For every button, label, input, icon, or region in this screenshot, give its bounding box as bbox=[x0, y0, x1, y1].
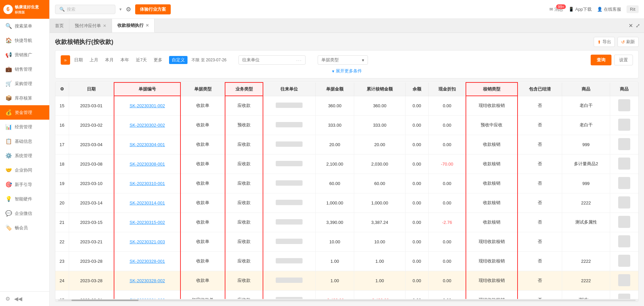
export-button[interactable]: ⬆ 导出 bbox=[594, 37, 615, 47]
topbar: 🔍 搜索 ▾ ⚙ 体验行业方案 ✉ 消息 99+ 📱 App下载 👤 在线客服 … bbox=[50, 0, 644, 19]
corp-icon: 🤝 bbox=[5, 167, 12, 173]
online-service-button[interactable]: 👤 在线客服 bbox=[597, 6, 621, 12]
filter-toggle-button[interactable]: » bbox=[61, 55, 70, 65]
sidebar-item-inventory[interactable]: 📦库存核算 bbox=[0, 91, 49, 105]
settings-col-icon[interactable]: ⚙ bbox=[60, 86, 64, 91]
refresh-button[interactable]: ↺ 刷新 bbox=[618, 37, 639, 47]
app-download-button[interactable]: 📱 App下载 bbox=[569, 6, 592, 12]
sidebar-item-basic[interactable]: 📋基础信息 bbox=[0, 134, 49, 148]
wechat-icon: 💬 bbox=[5, 210, 12, 217]
sidebar-item-corp[interactable]: 🤝企业协同 bbox=[0, 163, 49, 177]
tab-close-prepay[interactable]: ✕ bbox=[103, 23, 106, 28]
date-option-本年[interactable]: 本年 bbox=[118, 56, 132, 64]
table-row: 232023-03-28SK-20230328-001收款单应收款1.001.0… bbox=[55, 251, 638, 271]
cell-0: 25 bbox=[55, 290, 69, 299]
sidebar-item-marketing[interactable]: 📢营销推广 bbox=[0, 48, 49, 62]
sidebar-item-newbie[interactable]: 🎯新手引导 bbox=[0, 177, 49, 192]
doc-link[interactable]: SK-20230328-002 bbox=[129, 278, 165, 283]
collapse-icon[interactable]: ◀◀ bbox=[14, 296, 22, 302]
col-header-7: 累计核销金额 bbox=[354, 82, 406, 96]
tabbar-expand-button[interactable]: ⤢ bbox=[636, 22, 640, 29]
user-avatar[interactable]: Rit bbox=[627, 5, 639, 13]
topbar-gear-icon[interactable]: ⚙ bbox=[126, 6, 131, 13]
query-button[interactable]: 查询 bbox=[591, 55, 611, 65]
blurred-text bbox=[276, 200, 303, 205]
table-row: 212023-03-15SK-20230315-002收款单应收款3,390.0… bbox=[55, 212, 638, 232]
sidebar-label-system: 系统管理 bbox=[15, 153, 32, 159]
doc-link[interactable]: SK-20230302-002 bbox=[129, 123, 165, 128]
tab-prepay[interactable]: 预付冲应付单✕ bbox=[69, 19, 112, 33]
sidebar-item-purchase[interactable]: 🛒采购管理 bbox=[0, 76, 49, 91]
cell-11: 否 bbox=[518, 154, 562, 174]
cell-0: 15 bbox=[55, 96, 69, 115]
tab-close-collection[interactable]: ✕ bbox=[146, 23, 149, 28]
date-custom-option[interactable]: 自定义 bbox=[169, 56, 187, 64]
scrollbar-thumb[interactable] bbox=[71, 300, 139, 301]
sidebar-item-hardware[interactable]: 💡智能硬件 bbox=[0, 192, 49, 206]
cell-0: 23 bbox=[55, 251, 69, 271]
cell-10: 预收中应收 bbox=[466, 115, 518, 135]
cell-13 bbox=[610, 290, 638, 299]
sidebar-item-finance[interactable]: 💰资金管理 bbox=[0, 105, 49, 120]
horizontal-scrollbar[interactable] bbox=[55, 299, 638, 302]
partner-select[interactable]: 往来单位 ··· bbox=[238, 55, 306, 65]
table-scroll-area[interactable]: ⚙日期单据编号单据类型业务类型往来单位单据金额累计核销金额余额现金折扣核销类型包… bbox=[55, 82, 638, 299]
cell-5 bbox=[263, 193, 316, 212]
doc-link[interactable]: SK-20230321-003 bbox=[129, 239, 165, 244]
doc-type-select[interactable]: 单据类型 ▾ bbox=[318, 55, 368, 65]
app-icon: 📱 bbox=[569, 7, 574, 12]
cell-0: 19 bbox=[55, 174, 69, 193]
cell-11: 否 bbox=[518, 193, 562, 212]
sidebar-item-search[interactable]: 🔍搜索菜单 bbox=[0, 19, 49, 33]
doc-link[interactable]: SK-20230304-001 bbox=[129, 142, 165, 147]
date-option-近7天[interactable]: 近7天 bbox=[133, 56, 150, 64]
cell-8: 0.00 bbox=[405, 251, 428, 271]
table-row: 192023-03-10SK-20230310-001收款单应收款60.0060… bbox=[55, 174, 638, 193]
topbar-search-box[interactable]: 🔍 搜索 bbox=[55, 5, 115, 14]
date-option-本月[interactable]: 本月 bbox=[102, 56, 116, 64]
sidebar-item-system[interactable]: ⚙️系统管理 bbox=[0, 148, 49, 163]
date-option-上月[interactable]: 上月 bbox=[87, 56, 101, 64]
blurred-text bbox=[276, 103, 303, 108]
sidebar-item-sales[interactable]: 💼销售管理 bbox=[0, 62, 49, 76]
doc-link[interactable]: SK-20230308-001 bbox=[129, 162, 165, 167]
sidebar-footer: ⚙ ◀◀ bbox=[0, 291, 49, 306]
doc-link[interactable]: SK-20230310-001 bbox=[129, 181, 165, 186]
cell-2: SK-20230304-001 bbox=[114, 135, 180, 154]
sidebar-item-wechat[interactable]: 💬企业微信 bbox=[0, 206, 49, 221]
settings-icon[interactable]: ⚙ bbox=[5, 296, 10, 302]
sidebar-item-member[interactable]: 🏷️畅会员 bbox=[0, 221, 49, 235]
table-row: 222023-03-21SK-20230321-003收款单应收款10.0010… bbox=[55, 232, 638, 251]
cell-11: 否 bbox=[518, 174, 562, 193]
trial-industry-button[interactable]: 体验行业方案 bbox=[135, 4, 171, 14]
cell-0: 20 bbox=[55, 193, 69, 212]
topbar-dropdown-arrow[interactable]: ▾ bbox=[119, 7, 122, 12]
doc-link[interactable]: SK-20230315-002 bbox=[129, 220, 165, 225]
tab-home[interactable]: 首页 bbox=[50, 19, 69, 33]
cell-4: 应收款 bbox=[225, 232, 263, 251]
cell-12: 999 bbox=[562, 135, 610, 154]
sidebar-item-operation[interactable]: 📊经营管理 bbox=[0, 120, 49, 134]
sidebar-label-search: 搜索菜单 bbox=[15, 23, 32, 29]
cell-9: 0.00 bbox=[428, 193, 466, 212]
doc-link[interactable]: SK-20230314-001 bbox=[129, 200, 165, 205]
tabbar-close-all-button[interactable]: ✕ bbox=[629, 22, 633, 29]
doc-link[interactable]: SK-20230328-001 bbox=[129, 259, 165, 264]
cell-4: 应收款 bbox=[225, 193, 263, 212]
date-option-更多[interactable]: 更多 bbox=[151, 56, 165, 64]
message-button[interactable]: ✉ 消息 99+ bbox=[549, 6, 563, 12]
sidebar-item-quicknav[interactable]: 🏠快捷导航 bbox=[0, 33, 49, 48]
cell-4: 应收款 bbox=[225, 212, 263, 232]
doc-link[interactable]: SK-20230301-002 bbox=[129, 103, 165, 108]
cell-3: 收款单 bbox=[180, 174, 225, 193]
member-icon: 🏷️ bbox=[5, 225, 12, 231]
filter-setting-button[interactable]: 设置 bbox=[614, 55, 633, 65]
sidebar-label-wechat: 企业微信 bbox=[15, 210, 32, 217]
cell-9: 0.00 bbox=[428, 174, 466, 193]
expand-conditions-button[interactable]: ▾ 展开更多条件 bbox=[61, 68, 633, 74]
sidebar-label-purchase: 采购管理 bbox=[15, 81, 32, 87]
tab-collection[interactable]: 收款核销执行✕ bbox=[112, 19, 155, 33]
table-row: 202023-03-14SK-20230314-001收款单应收款1,000.0… bbox=[55, 193, 638, 212]
filter-bar: » 日期 上月本月本年近7天更多 自定义 不限 至 2023-07-26 往来单… bbox=[55, 50, 639, 78]
cell-1: 2023-03-31 bbox=[69, 290, 114, 299]
